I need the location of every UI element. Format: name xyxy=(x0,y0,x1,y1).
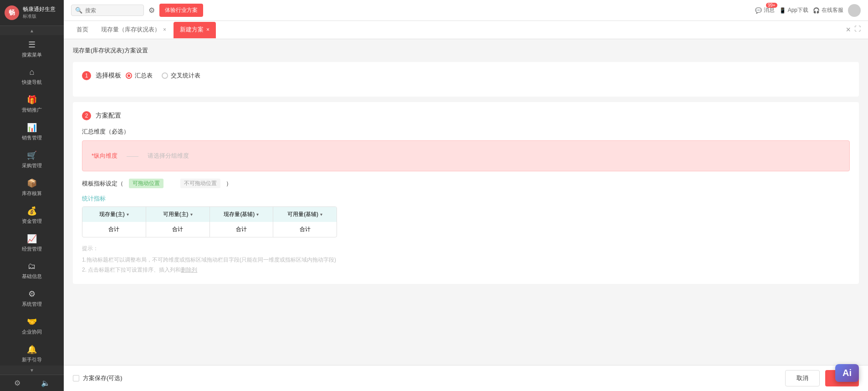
draggable-badge: 可拖动位置 xyxy=(129,179,163,188)
sidebar-label-procurement: 采购管理 xyxy=(22,162,42,169)
tab-inventory-status[interactable]: 现存量（库存状况表） × xyxy=(96,22,172,38)
service-button[interactable]: 🎧 在线客服 xyxy=(813,6,843,14)
delete-col-link[interactable]: 删除列 xyxy=(181,267,197,273)
tab-new-scheme[interactable]: 新建方案 × xyxy=(174,22,216,38)
tab-new-scheme-close[interactable]: × xyxy=(206,26,209,33)
col-dropdown-1[interactable]: ▾ xyxy=(190,212,193,217)
message-badge: 99+ xyxy=(766,3,777,8)
stats-col-label-0: 现存量(主) xyxy=(99,211,125,218)
step1-section: 1 选择模板 汇总表 交叉统计表 xyxy=(73,62,859,97)
sidebar-item-sales[interactable]: 📊 销售管理 xyxy=(0,118,64,146)
sidebar-item-cooperation[interactable]: 🤝 企业协同 xyxy=(0,312,64,340)
sidebar-item-system[interactable]: ⚙ 系统管理 xyxy=(0,284,64,312)
topbar: 🔍 ⚙ 体验行业方案 💬 消息 99+ 📱 App下载 🎧 在线客服 xyxy=(64,0,868,21)
col-dropdown-3[interactable]: ▾ xyxy=(320,212,322,217)
tab-home-label: 首页 xyxy=(77,26,88,34)
sidebar-logo: 畅 畅康通好生意 标准版 xyxy=(0,0,64,26)
save-checkbox[interactable] xyxy=(73,375,79,381)
finance-icon: 💰 xyxy=(27,206,37,216)
template-radio-group: 汇总表 交叉统计表 xyxy=(126,72,200,80)
user-avatar[interactable] xyxy=(848,4,861,17)
search-input[interactable] xyxy=(85,7,131,14)
radio-cross[interactable]: 交叉统计表 xyxy=(162,72,200,80)
tab-new-scheme-label: 新建方案 xyxy=(180,26,204,34)
sidebar-label-marketing: 营销推广 xyxy=(22,107,42,113)
dimension-placeholder: 请选择分组维度 xyxy=(148,152,189,160)
industry-btn[interactable]: 体验行业方案 xyxy=(159,4,203,17)
col-dropdown-0[interactable]: ▾ xyxy=(127,212,129,217)
app-download-button[interactable]: 📱 App下载 xyxy=(779,6,808,14)
footer: 方案保存(可选) 取消 查询 xyxy=(64,365,868,391)
tab-inventory-close[interactable]: × xyxy=(163,26,166,33)
ai-label: Ai xyxy=(842,368,852,378)
sidebar-item-guide[interactable]: 🔔 新手引导 xyxy=(0,340,64,365)
quick-nav-icon: ⌂ xyxy=(30,67,35,77)
sidebar-label-cooperation: 企业协同 xyxy=(22,329,42,335)
gear-icon[interactable]: ⚙ xyxy=(148,6,155,15)
search-icon: 🔍 xyxy=(75,7,82,14)
volume-button[interactable]: 🔈 xyxy=(41,379,50,387)
sidebar-item-finance[interactable]: 💰 资金管理 xyxy=(0,201,64,229)
radio-summary[interactable]: 汇总表 xyxy=(126,72,153,80)
content-area: 现存量(库存状况表)方案设置 1 选择模板 汇总表 交叉统计表 xyxy=(64,39,868,365)
main-area: 🔍 ⚙ 体验行业方案 💬 消息 99+ 📱 App下载 🎧 在线客服 首页 xyxy=(64,0,868,391)
stats-col-label-2: 现存量(基辅) xyxy=(224,211,255,218)
cooperation-icon: 🤝 xyxy=(27,317,37,327)
step2-section: 2 方案配置 汇总维度（必选） *纵向维度 —— 请选择分组维度 模板指标设定（… xyxy=(73,102,859,284)
stats-col-body-2: 合计 xyxy=(210,222,274,237)
sidebar-item-marketing[interactable]: 🎁 营销推广 xyxy=(0,90,64,118)
save-label: 方案保存(可选) xyxy=(83,374,123,382)
stats-col-body-1: 合计 xyxy=(146,222,210,237)
basic-info-icon: 🗂 xyxy=(28,262,36,271)
step2-header: 2 方案配置 xyxy=(82,111,850,120)
hint-item-0: 1.拖动标题栏可以调整布局，不可跨维度或指标区域拖动栏目字段(只能在同一维度或指… xyxy=(82,255,850,265)
expand-icon[interactable]: ⛶ xyxy=(854,25,861,35)
sidebar-scroll-up[interactable]: ▲ xyxy=(0,26,64,35)
sidebar-item-basic-info[interactable]: 🗂 基础信息 xyxy=(0,257,64,284)
topbar-search[interactable]: 🔍 xyxy=(71,5,144,16)
close-panel-icon[interactable]: × xyxy=(846,25,851,35)
sidebar-label-guide: 新手引导 xyxy=(22,356,42,363)
app-sub: 标准版 xyxy=(23,13,56,20)
app-name: 畅康通好生意 xyxy=(23,6,56,13)
cancel-button[interactable]: 取消 xyxy=(785,370,820,386)
hint-item-1: 2. 点击标题栏下拉可设置排序、插入列和删除列 xyxy=(82,265,850,275)
stats-col-body-0: 合计 xyxy=(82,222,146,237)
dimension-divider: —— xyxy=(127,153,138,159)
sidebar-item-operation[interactable]: 📈 经营管理 xyxy=(0,229,64,257)
template-indicator-pre: 模板指标设定（ xyxy=(82,180,123,188)
step1-num: 1 xyxy=(82,71,91,80)
sidebar-item-search-menu[interactable]: ☰ 搜索菜单 xyxy=(0,35,64,63)
stats-col-label-3: 可用量(基辅) xyxy=(287,211,318,218)
stats-col-header-3: 可用量(基辅) ▾ xyxy=(273,207,337,222)
service-icon: 🎧 xyxy=(813,7,820,14)
procurement-icon: 🛒 xyxy=(27,150,37,160)
tab-home[interactable]: 首页 xyxy=(71,22,94,38)
stats-col-label-1: 可用量(主) xyxy=(163,211,189,218)
save-option[interactable]: 方案保存(可选) xyxy=(73,374,123,382)
sidebar-label-basic-info: 基础信息 xyxy=(22,273,42,280)
message-button[interactable]: 💬 消息 99+ xyxy=(755,6,775,14)
stats-col-header-1: 可用量(主) ▾ xyxy=(146,207,210,222)
sidebar-nav: ☰ 搜索菜单 ⌂ 快捷导航 🎁 营销推广 📊 销售管理 🛒 采购管理 📦 库存核… xyxy=(0,35,64,365)
settings-button[interactable]: ⚙ xyxy=(14,379,20,387)
ai-badge[interactable]: Ai xyxy=(835,364,859,382)
guide-icon: 🔔 xyxy=(27,345,37,355)
step2-num: 2 xyxy=(82,111,91,120)
stats-table-header: 现存量(主) ▾ 可用量(主) ▾ 现存量(基辅 xyxy=(82,207,337,222)
sidebar-item-quick-nav[interactable]: ⌂ 快捷导航 xyxy=(0,63,64,90)
radio-summary-label: 汇总表 xyxy=(135,72,153,80)
step2-title: 方案配置 xyxy=(96,112,121,120)
sidebar-item-procurement[interactable]: 🛒 采购管理 xyxy=(0,146,64,174)
sidebar-label-search-menu: 搜索菜单 xyxy=(22,51,42,58)
sidebar-scroll-down[interactable]: ▼ xyxy=(0,365,64,375)
tab-bar: 首页 现存量（库存状况表） × 新建方案 × × ⛶ xyxy=(64,21,868,39)
sidebar-item-inventory[interactable]: 📦 库存核算 xyxy=(0,174,64,201)
step1-title: 选择模板 xyxy=(96,72,121,80)
page-title: 现存量(库存状况表)方案设置 xyxy=(73,46,859,55)
system-icon: ⚙ xyxy=(28,289,36,299)
dimension-row[interactable]: *纵向维度 —— 请选择分组维度 xyxy=(82,140,850,171)
col-dropdown-2[interactable]: ▾ xyxy=(256,212,259,217)
stats-table-body: 合计 合计 合计 合计 xyxy=(82,222,337,237)
radio-cross-label: 交叉统计表 xyxy=(171,72,200,80)
